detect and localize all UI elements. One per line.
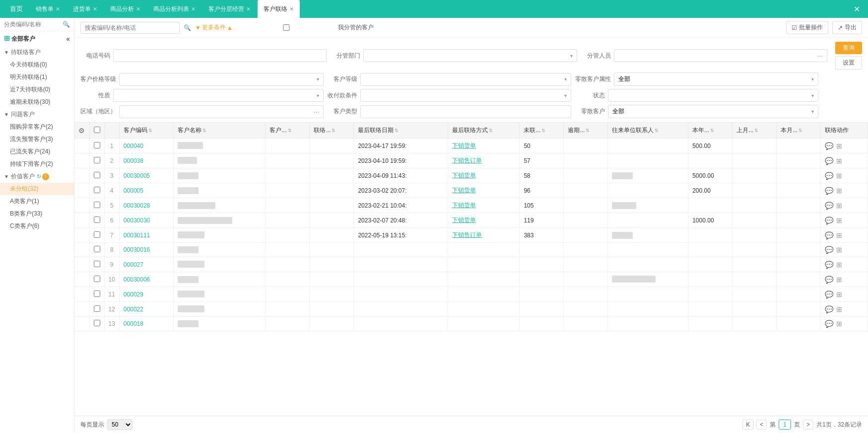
last-way-link[interactable]: 下销售订单 (452, 231, 482, 238)
sidebar-item-today[interactable]: 今天待联络(0) (0, 59, 74, 71)
grid-action-icon[interactable]: ⊞ (836, 231, 842, 239)
grid-action-icon[interactable]: ⊞ (836, 202, 842, 210)
row-code[interactable]: 00030111 (119, 228, 173, 243)
my-customers-checkbox-label[interactable]: 我分管的客户 (237, 23, 374, 32)
grid-action-icon[interactable]: ⊞ (836, 142, 842, 150)
message-icon[interactable]: 💬 (825, 290, 833, 298)
search-button[interactable]: 🔍 (184, 24, 191, 31)
message-icon[interactable]: 💬 (825, 142, 833, 150)
sidebar-item-ungrouped[interactable]: 未分组(32) (0, 183, 74, 195)
price-level-select[interactable]: ▾ (119, 73, 324, 86)
my-customers-checkbox[interactable] (237, 24, 336, 31)
sidebar-item-class-c[interactable]: C类客户(6) (0, 220, 74, 232)
row-code[interactable]: 000038 (119, 153, 173, 168)
nocontact-sort-icon[interactable]: ⇅ (541, 128, 545, 133)
refresh-icon[interactable]: ↻ (37, 173, 41, 180)
message-icon[interactable]: 💬 (825, 216, 833, 224)
customer-level-select[interactable]: ▾ (360, 73, 571, 86)
date-sort-icon[interactable]: ⇅ (395, 128, 399, 133)
company-sort-icon[interactable]: ⇅ (655, 128, 659, 133)
code-sort-icon[interactable]: ⇅ (148, 128, 152, 133)
row-checkbox[interactable] (94, 276, 100, 282)
nav-tab-purchase[interactable]: 进货单 ✕ (67, 0, 103, 18)
contact-sort-icon[interactable]: ⇅ (332, 128, 335, 133)
row-code[interactable]: 000018 (119, 317, 173, 331)
grid-action-icon[interactable]: ⊞ (836, 216, 842, 224)
last-way-link[interactable]: 下销货单 (452, 187, 476, 194)
row-checkbox[interactable] (94, 261, 100, 267)
nav-home[interactable]: 首页 (4, 0, 29, 18)
row-code[interactable]: 000029 (119, 287, 173, 302)
search-input[interactable] (80, 22, 180, 34)
sidebar-item-overdue[interactable]: 逾期未联络(30) (0, 96, 74, 108)
sidebar-item-churned[interactable]: 已流失客户(24) (0, 145, 74, 158)
row-code[interactable]: 00030028 (119, 198, 173, 213)
cat-sort-icon[interactable]: ⇅ (288, 128, 292, 133)
query-button[interactable]: 查询 (835, 42, 862, 54)
grid-action-icon[interactable]: ⊞ (836, 261, 842, 269)
grid-action-icon[interactable]: ⊞ (836, 157, 842, 165)
region-dots-icon[interactable]: ··· (314, 108, 320, 116)
message-icon[interactable]: 💬 (825, 231, 833, 239)
row-code[interactable]: 00030016 (119, 243, 173, 257)
overdue-sort-icon[interactable]: ⇅ (586, 128, 590, 133)
last-way-link[interactable]: 下销货单 (452, 202, 476, 209)
close-contact-icon[interactable]: ✕ (289, 6, 294, 12)
row-checkbox[interactable] (94, 172, 100, 178)
close-purchase-icon[interactable]: ✕ (93, 6, 97, 12)
row-code[interactable]: 00030005 (119, 168, 173, 183)
row-code[interactable]: 000022 (119, 302, 173, 317)
last-way-link[interactable]: 下销货单 (452, 172, 476, 179)
row-checkbox[interactable] (94, 246, 100, 252)
sidebar-group-value[interactable]: ▼ 价值客户 ↻ ! (0, 170, 74, 183)
message-icon[interactable]: 💬 (825, 276, 833, 284)
select-all-checkbox[interactable] (94, 127, 100, 133)
sidebar-item-class-b[interactable]: B类客户(33) (0, 208, 74, 220)
batch-operation-button[interactable]: ☑ 批量操作 (786, 21, 828, 34)
last-way-link[interactable]: 下销货单 (452, 142, 476, 149)
manager-input[interactable]: ··· (614, 49, 827, 62)
grid-action-icon[interactable]: ⊞ (836, 276, 842, 284)
nav-tab-customer-segment[interactable]: 客户分层经营 ✕ (202, 0, 257, 18)
manager-dots-icon[interactable]: ··· (817, 52, 823, 60)
close-sales-icon[interactable]: ✕ (56, 6, 60, 12)
row-code[interactable]: 000005 (119, 183, 173, 198)
tmonth-sort-icon[interactable]: ⇅ (799, 128, 802, 133)
sidebar-item-declining[interactable]: 持续下滑客户(2) (0, 158, 74, 170)
row-checkbox[interactable] (94, 157, 100, 163)
row-checkbox[interactable] (94, 231, 100, 238)
sidebar-item-churn-warning[interactable]: 流失预警客户(3) (0, 133, 74, 145)
message-icon[interactable]: 💬 (825, 246, 833, 254)
row-code[interactable]: 00030030 (119, 213, 173, 228)
grid-action-icon[interactable]: ⊞ (836, 187, 842, 195)
more-conditions-button[interactable]: ▼ 更多条件 ▲ (195, 23, 233, 32)
close-analysis-list-icon[interactable]: ✕ (191, 6, 196, 12)
sidebar-group-pending[interactable]: ▼ 待联络客户 (0, 46, 74, 59)
row-code[interactable]: 000027 (119, 257, 173, 272)
payment-select[interactable]: ▾ (360, 89, 571, 102)
nav-tab-analysis[interactable]: 商品分析 ✕ (104, 0, 146, 18)
retail-attr-select[interactable]: 全部 ▾ (614, 72, 818, 86)
table-settings-icon[interactable]: ⚙ (78, 127, 85, 135)
message-icon[interactable]: 💬 (825, 320, 833, 328)
message-icon[interactable]: 💬 (825, 261, 833, 269)
nav-tab-analysis-list[interactable]: 商品分析列表 ✕ (147, 0, 201, 18)
reset-button[interactable]: 设置 (835, 56, 862, 70)
export-button[interactable]: ↗ 导出 (832, 21, 862, 34)
row-code[interactable]: 00030006 (119, 272, 173, 287)
phone-input[interactable] (113, 49, 327, 62)
next-page-button[interactable]: > (803, 420, 813, 430)
row-checkbox[interactable] (94, 187, 100, 193)
row-checkbox[interactable] (94, 142, 100, 148)
region-input[interactable]: ··· (119, 105, 324, 118)
grid-action-icon[interactable]: ⊞ (836, 320, 842, 328)
dept-select[interactable]: ▾ (363, 49, 577, 62)
window-close-icon[interactable]: ✕ (850, 2, 864, 16)
message-icon[interactable]: 💬 (825, 305, 833, 313)
row-checkbox[interactable] (94, 202, 100, 208)
sidebar-search-input[interactable] (4, 21, 63, 28)
nav-tab-customer-contact[interactable]: 客户联络 ✕ (258, 0, 300, 18)
name-sort-icon[interactable]: ⇅ (202, 128, 206, 133)
sidebar-all-customers[interactable]: ⊞ 全部客户 « (0, 31, 74, 46)
status-select[interactable]: ▾ (608, 89, 818, 102)
